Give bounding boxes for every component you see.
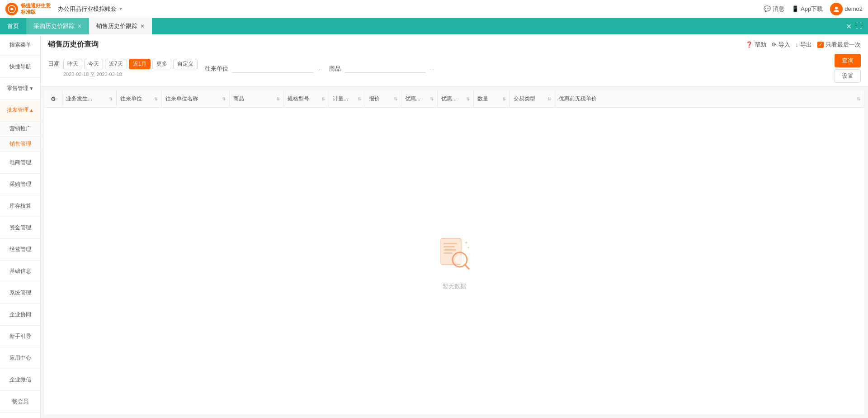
tab-sales-close[interactable]: ✕ [140,24,145,29]
date-btn-custom[interactable]: 自定义 [173,59,198,69]
sidebar-item-wechat[interactable]: 企业微信 [0,369,40,391]
logo-text: 畅捷通好生意 标准版 [21,3,51,14]
th-trade-type[interactable]: 交易类型 ⇅ [510,90,555,107]
only-last-checkbox[interactable]: ✓ 只看最后一次 [817,41,861,49]
user-menu[interactable]: demo2 [830,3,863,15]
logo-icon [5,3,18,15]
help-icon: ❓ [745,41,753,48]
sidebar-sub-item-sales[interactable]: 销售管理 [0,137,40,152]
empty-state: ✦ ✦ 暂无数据 [44,108,864,414]
message-action[interactable]: 💬 消息 [764,5,784,13]
wholesale-label: 批发管理 [7,106,28,114]
th-qty[interactable]: 数量 ⇅ [474,90,510,107]
filter-row: 日期 昨天 今天 近7天 近1月 更多 自定义 2023-02-18 至 202… [48,54,861,83]
export-action[interactable]: ↓ 导出 [796,41,812,49]
sidebar-item-enterprise-collab[interactable]: 企业协同 [0,304,40,326]
svg-rect-3 [443,243,457,244]
th-partner-code[interactable]: 往来单位 ⇅ [117,90,162,107]
sidebar: 搜索菜单 快捷导航 零售管理 ▼ 批发管理 ▲ 营销推广 销售管理 电商管理 采… [0,34,41,418]
table-container: ⚙ 业务发生... ⇅ 往来单位 ⇅ 往来单位名称 ⇅ 商品 ⇅ [44,90,864,414]
sidebar-item-quick-nav[interactable]: 快捷导航 [0,56,40,78]
sidebar-item-guide[interactable]: 新手引导 [0,326,40,347]
tab-purchase-history[interactable]: 采购历史价跟踪 ✕ [26,18,89,34]
th-settings[interactable]: ⚙ [44,91,62,107]
svg-rect-6 [443,252,453,254]
sidebar-item-operation[interactable]: 经营管理 [0,239,40,261]
date-filter-label: 日期 [48,59,60,68]
sort-discount2-icon: ⇅ [466,96,470,101]
help-action[interactable]: ❓ 帮助 [745,41,766,49]
wholesale-submenu: 营销推广 销售管理 [0,121,40,152]
sidebar-item-purchase[interactable]: 采购管理 [0,174,40,195]
sort-partner-code-icon: ⇅ [154,96,158,101]
tab-sales-history[interactable]: 销售历史价跟踪 ✕ [89,18,152,34]
tab-home[interactable]: 首页 [0,18,26,34]
username-label: demo2 [844,5,863,12]
th-unit[interactable]: 计量... ⇅ [329,90,365,107]
partner-input[interactable] [232,64,313,73]
sort-notax-icon: ⇅ [857,96,860,101]
sort-quote-icon: ⇅ [394,96,397,101]
sidebar-item-ecommerce[interactable]: 电商管理 [0,152,40,174]
message-icon: 💬 [764,5,771,12]
sidebar-item-app-center[interactable]: 应用中心 [0,347,40,369]
th-notax-price[interactable]: 优惠前无税单价 ⇅ [555,90,864,107]
th-discount2[interactable]: 优惠... ⇅ [438,90,474,107]
retail-label: 零售管理 [7,85,28,92]
tab-home-label: 首页 [7,22,19,30]
search-menu-label: 搜索菜单 [9,41,31,49]
download-icon: 📱 [792,5,799,12]
app-download-action[interactable]: 📱 App下载 [792,5,823,13]
sidebar-sub-item-marketing[interactable]: 营销推广 [0,121,40,137]
header-right: 💬 消息 📱 App下载 demo2 [764,3,863,15]
svg-point-8 [455,255,464,264]
sidebar-item-retail[interactable]: 零售管理 ▼ [0,78,40,100]
date-btn-yesterday[interactable]: 昨天 [63,59,82,69]
date-range-text: 2023-02-18 至 2023-03-18 [63,71,198,78]
help-label: 帮助 [755,41,766,49]
quick-nav-label: 快捷导航 [9,63,31,71]
date-filter-group: 日期 昨天 今天 近7天 近1月 更多 自定义 2023-02-18 至 202… [48,59,198,78]
query-button[interactable]: 查询 [835,54,861,67]
goods-input[interactable] [344,64,426,73]
goods-filter-label: 商品 [329,64,341,73]
date-btn-today[interactable]: 今天 [84,59,103,69]
th-date[interactable]: 业务发生... ⇅ [62,90,117,107]
sidebar-item-basic-info[interactable]: 基础信息 [0,261,40,282]
sidebar-item-inventory[interactable]: 库存核算 [0,195,40,217]
import-action[interactable]: ⟳ 导入 [772,41,790,49]
close-tab-btn[interactable]: ✕ [846,22,852,31]
header-left: 畅捷通好生意 标准版 办公用品行业模拟账套 ▼ [5,3,127,15]
date-btn-more[interactable]: 更多 [152,59,171,69]
sidebar-item-system[interactable]: 系统管理 [0,282,40,304]
svg-rect-4 [443,246,455,247]
sort-partner-name-icon: ⇅ [222,96,226,101]
th-quote[interactable]: 报价 ⇅ [365,90,401,107]
th-spec[interactable]: 规格型号 ⇅ [284,90,329,107]
only-last-label: 只看最后一次 [826,41,861,49]
th-discount1[interactable]: 优惠... ⇅ [401,90,438,107]
th-partner-name[interactable]: 往来单位名称 ⇅ [162,90,230,107]
sidebar-item-member[interactable]: 畅会员 [0,391,40,413]
date-btn-7days[interactable]: 近7天 [105,59,127,69]
page-title-row: 销售历史价查询 ❓ 帮助 ⟳ 导入 ↓ 导出 ✓ [48,40,861,49]
goods-dots-btn[interactable]: ··· [429,65,434,72]
tab-purchase-close[interactable]: ✕ [77,24,82,29]
content-area: 销售历史价查询 ❓ 帮助 ⟳ 导入 ↓ 导出 ✓ [41,34,868,418]
settings-gear-icon: ⚙ [51,95,56,102]
app-selector[interactable]: 办公用品行业模拟账套 ▼ [54,3,127,15]
settings-button[interactable]: 设置 [835,69,861,83]
fullscreen-btn[interactable]: ⛶ [855,22,863,30]
partner-dots-btn[interactable]: ··· [317,65,322,72]
sort-trade-icon: ⇅ [547,96,551,101]
table-header: ⚙ 业务发生... ⇅ 往来单位 ⇅ 往来单位名称 ⇅ 商品 ⇅ [44,90,864,108]
logo-area: 畅捷通好生意 标准版 [5,3,51,15]
sort-discount1-icon: ⇅ [430,96,434,101]
sidebar-item-search[interactable]: 搜索菜单 [0,34,40,56]
sidebar-item-finance[interactable]: 资金管理 [0,217,40,239]
sidebar-item-wholesale[interactable]: 批发管理 ▲ [0,100,40,121]
th-goods[interactable]: 商品 ⇅ [230,90,284,107]
query-buttons: 查询 设置 [835,54,861,83]
date-btn-1month[interactable]: 近1月 [129,59,151,69]
sort-unit-icon: ⇅ [358,96,361,101]
